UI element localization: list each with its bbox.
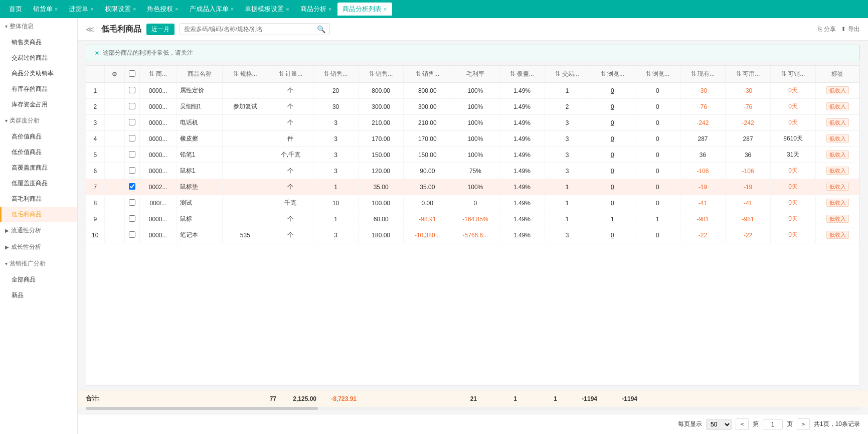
sidebar-group-marketing[interactable]: ▾ 营销推广分析 — [0, 255, 77, 272]
sidebar-group-circulation[interactable]: ▶ 流通性分析 — [0, 222, 77, 239]
nav-item-purchase[interactable]: 进货单 × — [64, 3, 98, 16]
row-checkbox-1[interactable] — [129, 103, 135, 109]
th-available[interactable]: ⇅ 可用... — [726, 66, 771, 83]
th-code[interactable]: ⇅ 商... — [139, 66, 177, 83]
search-icon: 🔍 — [317, 25, 325, 33]
nav-item-templates[interactable]: 单据模板设置 × — [240, 3, 294, 16]
nav-close-purchase[interactable]: × — [90, 6, 93, 12]
cell-browse1-1[interactable]: 0 — [590, 99, 635, 115]
sidebar-item-low-margin[interactable]: 低毛利商品 — [0, 207, 77, 222]
sidebar-group-growth[interactable]: ▶ 成长性分析 — [0, 239, 77, 255]
sidebar-item-high-coverage[interactable]: 高覆盖度商品 — [0, 160, 77, 176]
cell-browse1-9[interactable]: 0 — [590, 227, 635, 243]
page-number-input[interactable] — [763, 419, 783, 429]
cell-browse1-3[interactable]: 0 — [590, 131, 635, 147]
cell-browse1-0[interactable]: 0 — [590, 83, 635, 99]
nav-item-roles[interactable]: 角色授权 × — [142, 3, 183, 16]
sort-icon-code: ⇅ — [149, 70, 154, 77]
cell-saleable-3: 8610天 — [771, 131, 816, 147]
sidebar-item-new-goods[interactable]: 新品 — [0, 287, 77, 303]
sidebar-item-sales-goods[interactable]: 销售类商品 — [0, 35, 77, 50]
th-unit[interactable]: ⇅ 计量... — [268, 66, 313, 83]
nav-close-analysis-list[interactable]: × — [384, 6, 387, 12]
th-browse2[interactable]: ⇅ 浏览... — [635, 66, 680, 83]
nav-close-templates[interactable]: × — [286, 6, 289, 12]
next-page-button[interactable]: ＞ — [797, 418, 810, 430]
nav-close-products[interactable]: × — [231, 6, 234, 12]
th-tag[interactable]: 标签 — [816, 66, 859, 83]
cell-checkbox-0[interactable] — [124, 83, 139, 99]
cell-checkbox-8[interactable] — [124, 211, 139, 227]
th-current[interactable]: ⇅ 现有... — [680, 66, 725, 83]
nav-item-products[interactable]: 产成品入库单 × — [185, 3, 239, 16]
search-input[interactable] — [184, 26, 317, 33]
th-settings[interactable]: ⚙ — [104, 66, 124, 83]
nav-item-sales[interactable]: 销货单 × — [28, 3, 63, 16]
sidebar-group-overall[interactable]: ▾ 整体信息 — [0, 18, 77, 35]
cell-browse1-4[interactable]: 0 — [590, 147, 635, 163]
nav-item-permissions[interactable]: 权限设置 × — [100, 3, 141, 16]
cell-checkbox-6[interactable] — [124, 179, 139, 195]
sidebar-item-all-goods[interactable]: 全部商品 — [0, 272, 77, 287]
cell-browse1-5[interactable]: 0 — [590, 163, 635, 179]
prev-page-button[interactable]: ＜ — [736, 418, 749, 430]
sidebar-item-low-coverage[interactable]: 低覆盖度商品 — [0, 176, 77, 191]
share-button[interactable]: ⎘ 分享 — [818, 25, 836, 34]
cell-browse1-6[interactable]: 0 — [590, 179, 635, 195]
sidebar-item-low-value[interactable]: 低价值商品 — [0, 144, 77, 160]
row-checkbox-9[interactable] — [129, 231, 135, 238]
sidebar-item-high-margin[interactable]: 高毛利商品 — [0, 191, 77, 207]
sidebar-item-traded-goods[interactable]: 交易过的商品 — [0, 50, 77, 66]
th-name[interactable]: 商品名称 — [177, 66, 222, 83]
collapse-sidebar-btn[interactable]: ≪ — [86, 25, 94, 34]
cell-checkbox-5[interactable] — [124, 163, 139, 179]
nav-item-analysis-list[interactable]: 商品分析列表 × — [337, 3, 392, 16]
row-checkbox-7[interactable] — [129, 199, 135, 206]
cell-browse1-2[interactable]: 0 — [590, 115, 635, 131]
cell-code-7: 000/... — [139, 195, 177, 211]
row-checkbox-6[interactable] — [129, 183, 135, 190]
row-checkbox-2[interactable] — [129, 119, 135, 125]
sidebar-item-high-value[interactable]: 高价值商品 — [0, 129, 77, 144]
nav-label-home: 首页 — [9, 5, 22, 14]
th-trade[interactable]: ⇅ 交易... — [545, 66, 590, 83]
export-button[interactable]: ⬆ 导出 — [841, 25, 860, 34]
table-row: 2 0000... 吴细细1 参加复试 个 30 300.00 300.00 1… — [86, 99, 859, 115]
th-coverage[interactable]: ⇅ 覆盖... — [499, 66, 545, 83]
sidebar-item-stock-capital[interactable]: 库存资金占用 — [0, 97, 77, 112]
row-checkbox-4[interactable] — [129, 151, 135, 158]
select-all-checkbox[interactable] — [129, 70, 135, 77]
row-checkbox-8[interactable] — [129, 215, 135, 222]
th-gross-margin[interactable]: 毛利率 — [451, 66, 499, 83]
nav-close-analysis[interactable]: × — [328, 6, 331, 12]
cell-checkbox-4[interactable] — [124, 147, 139, 163]
th-sale-price[interactable]: ⇅ 销售... — [359, 66, 404, 83]
row-checkbox-3[interactable] — [129, 135, 135, 141]
cell-checkbox-9[interactable] — [124, 227, 139, 243]
nav-item-home[interactable]: 首页 — [4, 3, 27, 16]
nav-close-permissions[interactable]: × — [133, 6, 136, 12]
th-browse1[interactable]: ⇅ 浏览... — [590, 66, 635, 83]
nav-close-sales[interactable]: × — [55, 6, 58, 12]
cell-num-9: 10 — [86, 227, 104, 243]
per-page-select[interactable]: 50 20 100 — [706, 419, 732, 430]
cell-browse1-7[interactable]: 0 — [590, 195, 635, 211]
cell-checkbox-3[interactable] — [124, 131, 139, 147]
sidebar-item-in-stock[interactable]: 有库存的商品 — [0, 81, 77, 97]
th-sale-count[interactable]: ⇅ 销售... — [313, 66, 359, 83]
cell-checkbox-7[interactable] — [124, 195, 139, 211]
cell-checkbox-1[interactable] — [124, 99, 139, 115]
th-saleable[interactable]: ⇅ 可销... — [771, 66, 816, 83]
th-checkbox[interactable] — [124, 66, 139, 83]
th-sale-amount[interactable]: ⇅ 销售... — [404, 66, 451, 83]
sidebar-item-category-rate[interactable]: 商品分类助销率 — [0, 66, 77, 81]
nav-item-analysis[interactable]: 商品分析 × — [295, 3, 336, 16]
nav-close-roles[interactable]: × — [175, 6, 178, 12]
date-filter-button[interactable]: 近一月 — [146, 24, 175, 35]
row-checkbox-5[interactable] — [129, 167, 135, 174]
th-spec[interactable]: ⇅ 规格... — [222, 66, 268, 83]
sidebar-group-cluster[interactable]: ▾ 类群度分析 — [0, 112, 77, 129]
cell-browse1-8[interactable]: 1 — [590, 211, 635, 227]
cell-checkbox-2[interactable] — [124, 115, 139, 131]
row-checkbox-0[interactable] — [129, 87, 135, 93]
